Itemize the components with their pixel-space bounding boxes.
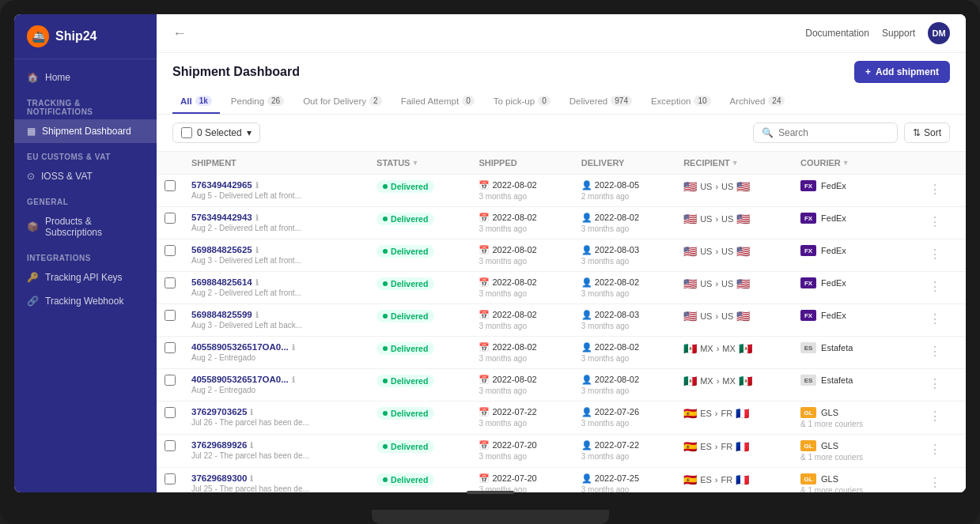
col-recipient-filter[interactable]: RECIPIENT ▼ <box>683 158 739 168</box>
row-courier: FX FedEx <box>793 175 918 207</box>
row-recipient: 🇪🇸 ES › FR 🇫🇷 <box>675 435 793 468</box>
col-status-filter[interactable]: STATUS ▼ <box>376 158 418 168</box>
row-delivery: 👤 2022-07-22 3 months ago <box>573 435 675 468</box>
row-kebab-button[interactable]: ⋮ <box>925 180 944 198</box>
logo-icon: 🚢 <box>27 25 49 47</box>
row-kebab-button[interactable]: ⋮ <box>925 213 944 231</box>
tab-pending[interactable]: Pending 26 <box>223 89 292 114</box>
row-kebab-button[interactable]: ⋮ <box>925 310 944 328</box>
shipment-id: 37629689300 ℹ <box>191 473 361 483</box>
documentation-link[interactable]: Documentation <box>805 28 869 39</box>
select-all-checkbox[interactable] <box>181 127 192 138</box>
row-recipient: 🇺🇸 US › US 🇺🇸 <box>675 272 793 304</box>
shipment-sub: Jul 26 - The parcel has been de... <box>191 418 361 427</box>
support-link[interactable]: Support <box>882 28 915 39</box>
products-icon: 📦 <box>27 221 39 232</box>
row-kebab-button[interactable]: ⋮ <box>925 245 944 263</box>
row-checkbox[interactable] <box>165 407 176 418</box>
row-kebab-button[interactable]: ⋮ <box>925 342 944 360</box>
col-courier-filter[interactable]: COURIER ▼ <box>800 158 849 168</box>
shipped-date: 📅 2022-08-02 <box>479 245 565 255</box>
sidebar-item-tracking-api[interactable]: 🔑 Tracking API Keys <box>14 266 157 289</box>
status-filter-icon: ▼ <box>411 159 418 167</box>
shipment-id: 37629703625 ℹ <box>191 407 361 417</box>
row-checkbox[interactable] <box>165 245 176 256</box>
row-status: Delivered <box>369 337 471 369</box>
search-box: 🔍 <box>753 123 898 143</box>
shipped-ago: 3 months ago <box>479 419 565 428</box>
sidebar-item-products[interactable]: 📦 Products & Subscriptions <box>14 209 157 244</box>
row-checkbox[interactable] <box>165 342 176 353</box>
recipient-filter-icon: ▼ <box>732 159 739 167</box>
row-kebab-button[interactable]: ⋮ <box>925 407 944 425</box>
row-checkbox[interactable] <box>165 440 176 451</box>
sidebar-item-tracking-webhook[interactable]: 🔗 Tracking Webhook <box>14 289 157 313</box>
sidebar-item-home[interactable]: 🏠 Home <box>14 66 157 89</box>
delivery-ago: 3 months ago <box>581 322 668 330</box>
delivery-date: 👤 2022-08-02 <box>581 375 668 385</box>
status-badge: Delivered <box>376 245 434 258</box>
sidebar-item-label: Tracking API Keys <box>45 272 123 283</box>
to-code: MX <box>722 344 736 353</box>
row-kebab-button[interactable]: ⋮ <box>925 375 944 393</box>
tab-archived-badge: 24 <box>768 96 785 106</box>
to-code: FR <box>721 409 733 418</box>
add-shipment-button[interactable]: + Add shipment <box>854 61 950 83</box>
row-kebab-button[interactable]: ⋮ <box>925 277 944 296</box>
from-flag: 🇺🇸 <box>683 245 697 258</box>
from-code: ES <box>700 475 712 484</box>
back-button[interactable]: ← <box>172 25 187 42</box>
home-icon: 🏠 <box>27 72 39 83</box>
shipped-date: 📅 2022-08-02 <box>479 277 565 288</box>
row-checkbox[interactable] <box>165 375 176 386</box>
route-cell: 🇺🇸 US › US 🇺🇸 <box>683 213 785 225</box>
row-checkbox[interactable] <box>165 473 176 484</box>
search-input[interactable] <box>778 127 889 138</box>
table-container: SHIPMENT STATUS ▼ SHIPPED DELIVERY <box>157 152 966 492</box>
tab-pickup-badge: 0 <box>538 96 551 106</box>
courier-name: Estafeta <box>821 375 853 385</box>
dashboard-icon: ▦ <box>27 126 36 137</box>
row-checkbox[interactable] <box>165 277 176 288</box>
tab-failed[interactable]: Failed Attempt 0 <box>393 89 482 114</box>
row-shipped: 📅 2022-07-22 3 months ago <box>471 401 573 435</box>
row-delivery: 👤 2022-08-02 3 months ago <box>573 272 675 304</box>
tab-all[interactable]: All 1k <box>172 89 220 114</box>
avatar[interactable]: DM <box>928 22 950 44</box>
route-cell: 🇺🇸 US › US 🇺🇸 <box>683 277 785 290</box>
row-checkbox[interactable] <box>165 310 176 321</box>
row-shipped: 📅 2022-08-02 3 months ago <box>471 272 573 304</box>
status-badge: Delivered <box>376 180 434 193</box>
tab-delivered[interactable]: Delivered 974 <box>562 89 640 114</box>
tab-pickup[interactable]: To pick-up 0 <box>486 89 558 114</box>
row-kebab-button[interactable]: ⋮ <box>925 473 944 492</box>
tab-archived[interactable]: Archived 24 <box>722 89 793 114</box>
selected-button[interactable]: 0 Selected ▾ <box>172 123 260 143</box>
to-flag: 🇫🇷 <box>736 473 749 486</box>
tab-failed-label: Failed Attempt <box>401 96 460 106</box>
sidebar-item-shipment-dashboard[interactable]: ▦ Shipment Dashboard <box>14 119 157 143</box>
tab-out-delivery[interactable]: Out for Delivery 2 <box>295 89 389 114</box>
sidebar-item-ioss-vat[interactable]: ⊙ IOSS & VAT <box>14 164 157 188</box>
shipped-ago: 3 months ago <box>479 192 565 201</box>
status-dot <box>383 411 388 416</box>
tab-exception[interactable]: Exception 10 <box>643 89 719 114</box>
row-kebab-cell: ⋮ <box>918 272 966 304</box>
from-code: ES <box>700 409 712 418</box>
row-checkbox-cell <box>157 239 184 272</box>
row-checkbox-cell <box>157 207 184 239</box>
from-flag: 🇺🇸 <box>683 277 697 290</box>
row-checkbox[interactable] <box>165 180 176 191</box>
sort-button[interactable]: ⇅ Sort <box>904 123 950 143</box>
delivery-ago: 3 months ago <box>581 224 668 233</box>
tab-all-badge: 1k <box>195 96 212 106</box>
route-cell: 🇺🇸 US › US 🇺🇸 <box>683 180 785 193</box>
row-kebab-button[interactable]: ⋮ <box>925 440 944 458</box>
status-badge: Delivered <box>376 440 434 453</box>
row-checkbox[interactable] <box>165 213 176 224</box>
info-icon: ℹ <box>255 213 259 222</box>
table-row: 37629689926 ℹ Jul 22 - The parcel has be… <box>157 435 966 468</box>
row-recipient: 🇪🇸 ES › FR 🇫🇷 <box>675 468 793 493</box>
col-actions <box>918 152 966 175</box>
arrow: › <box>715 279 718 288</box>
